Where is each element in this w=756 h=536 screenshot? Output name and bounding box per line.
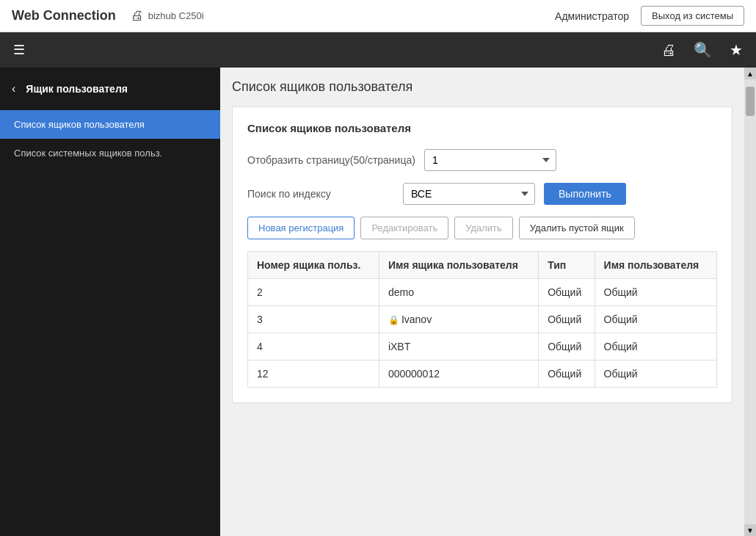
cell-number: 3 (248, 306, 379, 333)
table-row[interactable]: 4iXBTОбщийОбщий (248, 333, 717, 361)
table-row[interactable]: 12000000012ОбщийОбщий (248, 361, 717, 388)
scroll-up-arrow[interactable]: ▲ (744, 68, 756, 79)
cell-name: demo (379, 279, 538, 306)
cell-user: Общий (595, 361, 716, 388)
sidebar-item-user-boxes-label: Список ящиков пользователя (14, 119, 145, 130)
star-nav-button[interactable]: ★ (724, 35, 749, 65)
page-select[interactable]: 1 (424, 149, 556, 171)
cell-type: Общий (539, 361, 595, 388)
scroll-thumb[interactable] (746, 87, 755, 116)
logout-button[interactable]: Выход из системы (641, 6, 744, 26)
col-number: Номер ящика польз. (248, 252, 379, 279)
device-info: 🖨 bizhub C250i (131, 8, 204, 23)
sidebar-item-system-boxes-label: Список системных ящиков польз. (14, 148, 162, 159)
cell-user: Общий (595, 306, 716, 333)
delete-empty-button[interactable]: Удалить пустой ящик (519, 217, 635, 239)
search-select[interactable]: ВСЕ (403, 183, 535, 205)
sidebar-title: Ящик пользователя (26, 83, 128, 95)
search-row: Поиск по индексу ВСЕ Выполнить (247, 183, 717, 205)
delete-button[interactable]: Удалить (454, 217, 513, 239)
main-card: Список ящиков пользователя Отобразить ст… (232, 106, 733, 403)
data-table: Номер ящика польз. Имя ящика пользовател… (247, 251, 717, 388)
search-nav-icon: 🔍 (694, 41, 712, 59)
sidebar: ‹ Ящик пользователя Список ящиков пользо… (0, 68, 220, 536)
card-title: Список ящиков пользователя (247, 122, 717, 134)
hamburger-button[interactable]: ☰ (7, 36, 31, 64)
app-title: Web Connection (12, 8, 116, 23)
col-user: Имя пользователя (595, 252, 716, 279)
back-icon: ‹ (12, 82, 15, 95)
sidebar-item-system-boxes[interactable]: Список системных ящиков польз. (0, 139, 220, 167)
cell-name: 000000012 (379, 361, 538, 388)
page-display-label: Отобразить страницу(50/страница) (247, 154, 415, 166)
cell-type: Общий (539, 333, 595, 361)
printer-nav-button[interactable]: 🖨 (655, 36, 682, 65)
cell-number: 12 (248, 361, 379, 388)
new-registration-button[interactable]: Новая регистрация (247, 217, 355, 239)
cell-user: Общий (595, 279, 716, 306)
execute-button[interactable]: Выполнить (544, 183, 626, 205)
content-area: Список ящиков пользователя Список ящиков… (220, 68, 744, 536)
lock-icon: 🔒 (388, 315, 399, 325)
cell-type: Общий (539, 306, 595, 333)
table-header-row: Номер ящика польз. Имя ящика пользовател… (248, 252, 717, 279)
cell-type: Общий (539, 279, 595, 306)
top-bar: Web Connection 🖨 bizhub C250i Администра… (0, 0, 756, 32)
table-row[interactable]: 2demoОбщийОбщий (248, 279, 717, 306)
printer-nav-icon: 🖨 (661, 42, 676, 59)
device-name: bizhub C250i (148, 10, 204, 21)
printer-icon: 🖨 (131, 8, 144, 23)
top-bar-right: Администратор Выход из системы (555, 6, 744, 26)
search-label: Поиск по индексу (247, 188, 394, 200)
user-name: Администратор (555, 10, 629, 22)
nav-bar-right: 🖨 🔍 ★ (655, 35, 749, 65)
scrollbar: ▲ ▼ (744, 68, 756, 536)
sidebar-item-user-boxes[interactable]: Список ящиков пользователя (0, 110, 220, 139)
page-title: Список ящиков пользователя (232, 79, 733, 95)
cell-name: iXBT (379, 333, 538, 361)
col-name: Имя ящика пользователя (379, 252, 538, 279)
edit-button[interactable]: Редактировать (360, 217, 448, 239)
action-buttons: Новая регистрация Редактировать Удалить … (247, 217, 717, 239)
cell-user: Общий (595, 333, 716, 361)
cell-number: 2 (248, 279, 379, 306)
cell-number: 4 (248, 333, 379, 361)
main-layout: ‹ Ящик пользователя Список ящиков пользо… (0, 68, 756, 536)
star-nav-icon: ★ (730, 41, 743, 59)
nav-bar: ☰ 🖨 🔍 ★ (0, 32, 756, 68)
page-display-row: Отобразить страницу(50/страница) 1 (247, 149, 717, 171)
sidebar-header: ‹ Ящик пользователя (0, 68, 220, 110)
hamburger-icon: ☰ (13, 43, 25, 57)
table-row[interactable]: 3🔒IvanovОбщийОбщий (248, 306, 717, 333)
search-nav-button[interactable]: 🔍 (688, 35, 718, 65)
scroll-down-arrow[interactable]: ▼ (744, 524, 756, 536)
sidebar-back-button[interactable]: ‹ (9, 79, 18, 98)
cell-name: 🔒Ivanov (379, 306, 538, 333)
col-type: Тип (539, 252, 595, 279)
